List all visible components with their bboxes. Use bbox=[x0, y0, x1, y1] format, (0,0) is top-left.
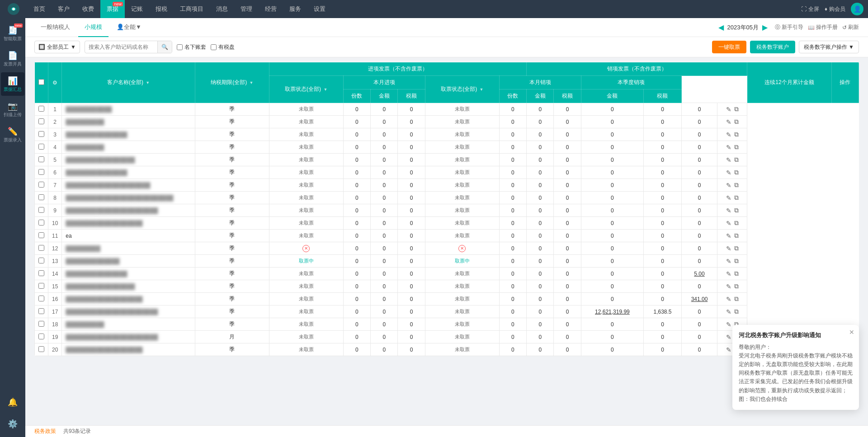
copy-icon[interactable]: ⧉ bbox=[734, 308, 739, 315]
edit-icon[interactable]: ✎ bbox=[726, 182, 731, 189]
copy-icon[interactable]: ⧉ bbox=[734, 282, 739, 290]
edit-icon[interactable]: ✎ bbox=[726, 296, 731, 303]
nav-settings[interactable]: 设置 bbox=[307, 0, 332, 18]
refresh-button[interactable]: ↺ 刷新 bbox=[842, 23, 859, 31]
tab-general-taxpayer[interactable]: 一般纳税人 bbox=[34, 18, 76, 37]
edit-icon[interactable]: ✎ bbox=[726, 144, 731, 151]
edit-icon[interactable]: ✎ bbox=[726, 169, 731, 176]
popup-resize-handle[interactable] bbox=[853, 404, 859, 410]
sidebar-item-invoice-issue[interactable]: 📄 发票开具 bbox=[1, 47, 24, 70]
edit-icon[interactable]: ✎ bbox=[726, 308, 731, 315]
copy-icon[interactable]: ⧉ bbox=[734, 219, 739, 227]
edit-icon[interactable]: ✎ bbox=[726, 207, 731, 214]
row-checkbox[interactable] bbox=[38, 144, 44, 150]
edit-icon[interactable]: ✎ bbox=[726, 118, 731, 126]
copy-icon[interactable]: ⧉ bbox=[734, 143, 739, 151]
nav-customer[interactable]: 客户 bbox=[52, 0, 76, 18]
row-checkbox[interactable] bbox=[38, 270, 44, 276]
copy-icon[interactable]: ⧉ bbox=[734, 156, 739, 164]
nav-home[interactable]: 首页 bbox=[27, 0, 52, 18]
row-checkbox[interactable] bbox=[38, 245, 44, 251]
row-checkbox[interactable] bbox=[38, 346, 44, 352]
row-checkbox[interactable] bbox=[38, 194, 44, 200]
next-month-button[interactable]: ▶ bbox=[762, 23, 768, 32]
row-checkbox[interactable] bbox=[38, 321, 44, 327]
tax-policy-link[interactable]: 税务政策 bbox=[34, 428, 56, 435]
nav-tax[interactable]: 报税 bbox=[149, 0, 174, 18]
row-checkbox[interactable] bbox=[38, 131, 44, 137]
edit-icon[interactable]: ✎ bbox=[726, 220, 731, 227]
sidebar-item-invoice-summary[interactable]: 📊 票据汇总 bbox=[1, 72, 24, 96]
edit-icon[interactable]: ✎ bbox=[726, 283, 731, 290]
has-tax-disk-checkbox[interactable]: 有税盘 bbox=[211, 43, 235, 51]
row-checkbox[interactable] bbox=[38, 232, 44, 238]
digital-account-ops-button[interactable]: 税务数字账户操作 ▼ bbox=[799, 41, 859, 53]
sidebar-item-smart-invoice[interactable]: new 🧾 智能取票 bbox=[1, 22, 24, 45]
copy-icon[interactable]: ⧉ bbox=[734, 131, 739, 138]
copy-icon[interactable]: ⧉ bbox=[734, 118, 739, 126]
edit-icon[interactable]: ✎ bbox=[726, 106, 731, 113]
digital-account-button[interactable]: 税务数字账户 bbox=[750, 41, 795, 53]
app-logo[interactable] bbox=[5, 0, 23, 18]
edit-icon[interactable]: ✎ bbox=[726, 232, 731, 240]
sidebar-item-settings[interactable]: ⚙️ bbox=[1, 415, 24, 433]
copy-icon[interactable]: ⧉ bbox=[734, 295, 739, 303]
prev-month-button[interactable]: ◀ bbox=[718, 23, 724, 32]
copy-icon[interactable]: ⧉ bbox=[734, 244, 739, 252]
under-account-checkbox[interactable]: 名下账套 bbox=[177, 43, 206, 51]
nav-bookkeeping[interactable]: 记账 bbox=[125, 0, 149, 18]
nav-management[interactable]: 管理 bbox=[234, 0, 259, 18]
new-guide-button[interactable]: ⓪ 新手引导 bbox=[775, 23, 803, 31]
copy-icon[interactable]: ⧉ bbox=[734, 181, 739, 189]
edit-icon[interactable]: ✎ bbox=[726, 346, 731, 353]
nav-fee[interactable]: 收费 bbox=[76, 0, 100, 18]
edit-icon[interactable]: ✎ bbox=[726, 156, 731, 164]
manual-button[interactable]: 📖 操作手册 bbox=[808, 23, 838, 31]
sidebar-item-notification[interactable]: 🔔 bbox=[1, 394, 24, 412]
row-checkbox[interactable] bbox=[38, 156, 44, 162]
row-checkbox[interactable] bbox=[38, 182, 44, 188]
search-button[interactable]: 🔍 bbox=[157, 41, 172, 53]
row-checkbox[interactable] bbox=[38, 207, 44, 213]
sidebar-item-invoice-entry[interactable]: ✏️ 票据录入 bbox=[1, 123, 24, 146]
edit-icon[interactable]: ✎ bbox=[726, 131, 731, 138]
edit-icon[interactable]: ✎ bbox=[726, 270, 731, 277]
select-all-checkbox[interactable] bbox=[38, 79, 44, 85]
copy-icon[interactable]: ⧉ bbox=[734, 232, 739, 240]
nav-message[interactable]: 消息 bbox=[210, 0, 234, 18]
edit-icon[interactable]: ✎ bbox=[726, 321, 731, 328]
tab-small-scale[interactable]: 小规模 bbox=[78, 18, 108, 37]
row-checkbox[interactable] bbox=[38, 169, 44, 175]
edit-icon[interactable]: ✎ bbox=[726, 258, 731, 265]
row-checkbox[interactable] bbox=[38, 283, 44, 289]
search-input[interactable] bbox=[85, 44, 157, 50]
edit-icon[interactable]: ✎ bbox=[726, 194, 731, 202]
row-checkbox[interactable] bbox=[38, 220, 44, 226]
employee-select[interactable]: 🔲 全部员工 ▼ bbox=[34, 41, 80, 53]
copy-icon[interactable]: ⧉ bbox=[734, 105, 739, 113]
row-checkbox[interactable] bbox=[38, 118, 44, 124]
nav-service[interactable]: 服务 bbox=[283, 0, 307, 18]
sidebar-item-scan-upload[interactable]: 📷 扫描上传 bbox=[1, 98, 24, 121]
member-button[interactable]: ♦ 购会员 bbox=[825, 5, 845, 13]
nav-business[interactable]: 工商项目 bbox=[174, 0, 210, 18]
copy-icon[interactable]: ⧉ bbox=[734, 270, 739, 277]
notification-close-button[interactable]: ✕ bbox=[849, 329, 854, 336]
user-avatar[interactable]: 👤 bbox=[851, 3, 863, 15]
copy-icon[interactable]: ⧉ bbox=[734, 194, 739, 202]
edit-icon[interactable]: ✎ bbox=[726, 245, 731, 252]
row-checkbox[interactable] bbox=[38, 296, 44, 301]
row-checkbox[interactable] bbox=[38, 334, 44, 339]
edit-icon[interactable]: ✎ bbox=[726, 334, 731, 341]
row-checkbox[interactable] bbox=[38, 308, 44, 314]
row-checkbox[interactable] bbox=[38, 258, 44, 263]
nav-invoice[interactable]: 票据 new bbox=[100, 0, 125, 18]
row-checkbox[interactable] bbox=[38, 106, 44, 112]
copy-icon[interactable]: ⧉ bbox=[734, 257, 739, 265]
copy-icon[interactable]: ⧉ bbox=[734, 169, 739, 176]
nav-operation[interactable]: 经营 bbox=[259, 0, 283, 18]
tab-all[interactable]: 👤 全能 ▼ bbox=[110, 18, 148, 37]
one-click-invoice-button[interactable]: 一键取票 bbox=[712, 41, 746, 53]
copy-icon[interactable]: ⧉ bbox=[734, 207, 739, 214]
fullscreen-button[interactable]: ⛶ 全屏 bbox=[801, 5, 819, 13]
